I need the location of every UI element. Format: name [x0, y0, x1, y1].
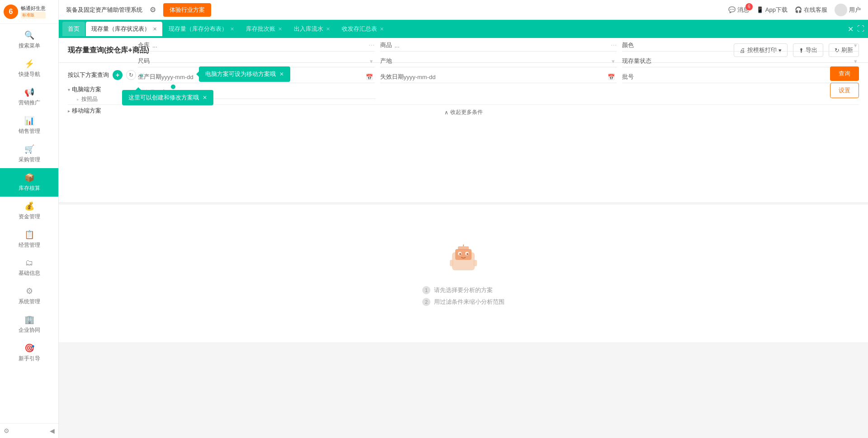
- tab-inventory-status[interactable]: 现存量（库存状况表） ✕: [86, 22, 162, 36]
- tab-close-inventory-status[interactable]: ✕: [153, 26, 157, 32]
- edit-tooltip-text: 这里可以创建和修改方案哦: [128, 94, 199, 102]
- field-size-select[interactable]: [152, 58, 375, 65]
- system-name: 装备及固定资产辅助管理系统: [66, 6, 142, 14]
- svg-rect-6: [458, 246, 469, 250]
- field-stock-status-label: 现存量状态: [622, 57, 651, 65]
- app-download-label: App下载: [765, 6, 788, 14]
- user-btn[interactable]: 用户: [835, 4, 861, 16]
- service-icon: 🎧: [795, 6, 802, 13]
- sidebar-item-guide[interactable]: 🎯 新手引导: [0, 339, 58, 367]
- scheme-tooltip-close[interactable]: ✕: [279, 71, 284, 77]
- scheme-group-desktop-header[interactable]: ▾ 电脑端方案: [68, 85, 131, 94]
- industry-btn[interactable]: 体验行业方案: [163, 3, 211, 17]
- tab-receive-total[interactable]: 收发存汇总表 ✕: [336, 22, 389, 36]
- tab-close-inventory-dist[interactable]: ✕: [230, 26, 234, 32]
- edit-tooltip-close[interactable]: ✕: [203, 94, 207, 101]
- tabbar: 首页 现存量（库存状况表） ✕ 现存量（库存分布表） ✕ 库存批次账 ✕ 出入库…: [59, 20, 868, 38]
- page-title: 现存量查询(按仓库+商品): [68, 46, 149, 55]
- field-batch-no: 批号: [622, 73, 859, 83]
- scheme-group-desktop: ▾ 电脑端方案 ▸ 按照品: [68, 85, 131, 104]
- user-avatar: [835, 4, 847, 16]
- sidebar-item-quick-nav[interactable]: ⚡ 快捷导航: [0, 54, 58, 83]
- field-expire-date: 失效日期 📅: [380, 73, 617, 83]
- set-btn[interactable]: 设置: [830, 83, 859, 98]
- sidebar-item-label: 企业协同: [19, 326, 40, 334]
- sidebar-item-marketing[interactable]: 📢 营销推广: [0, 83, 58, 111]
- online-service-label: 在线客服: [804, 6, 827, 14]
- scheme-desktop-child-0[interactable]: ▸ 按照品: [68, 94, 131, 104]
- field-stock-status-select[interactable]: [651, 58, 859, 65]
- collapse-label: 收起更多条件: [450, 108, 483, 116]
- filter-refresh-btn[interactable]: ↻: [126, 70, 136, 80]
- field-color-select[interactable]: [637, 42, 859, 49]
- tab-inventory-dist[interactable]: 现存量（库存分布表） ✕: [163, 22, 240, 36]
- logo-icon: 6: [4, 5, 18, 19]
- produce-date-calendar-icon[interactable]: 📅: [366, 74, 373, 80]
- logo-name: 畅通好生意: [21, 5, 46, 11]
- sidebar-item-label: 新手引导: [19, 355, 40, 363]
- sidebar-item-inventory[interactable]: 📦 库存核算: [0, 168, 58, 197]
- field-produce-date-label: 生产日期: [138, 73, 161, 81]
- sidebar-item-search[interactable]: 🔍 搜索菜单: [0, 26, 58, 54]
- topbar-settings-btn[interactable]: ⚙: [150, 5, 156, 14]
- mobile-icon: 📱: [756, 6, 764, 13]
- enterprise-icon: 🏢: [24, 315, 34, 325]
- sidebar-item-system[interactable]: ⚙ 系统管理: [0, 282, 58, 310]
- message-badge: 6: [745, 3, 753, 10]
- basic-info-icon: 🗂: [25, 258, 33, 268]
- tab-expand-btn[interactable]: ⛶: [857, 25, 864, 33]
- sidebar-item-enterprise[interactable]: 🏢 企业协同: [0, 310, 58, 339]
- sidebar-item-basic-info[interactable]: 🗂 基础信息: [0, 254, 58, 282]
- chevron-right-icon: ▸: [77, 97, 79, 102]
- empty-tip-2: 2 用过滤条件来缩小分析范围: [422, 298, 505, 306]
- field-origin-select[interactable]: [395, 58, 617, 65]
- tab-batch-account-label: 库存批次账: [246, 25, 275, 33]
- query-btn[interactable]: 查询: [830, 66, 859, 81]
- field-color: 颜色 ▾: [622, 41, 859, 52]
- tab-home[interactable]: 首页: [62, 22, 85, 36]
- online-service-btn[interactable]: 🎧 在线客服: [795, 6, 827, 14]
- sidebar-settings-btn[interactable]: ⚙: [4, 427, 9, 434]
- goods-dots-btn[interactable]: ···: [611, 41, 617, 49]
- tab-batch-account[interactable]: 库存批次账 ✕: [241, 22, 288, 36]
- guide-icon: 🎯: [24, 343, 34, 353]
- sidebar-collapse-btn[interactable]: ◀: [50, 427, 55, 434]
- sidebar-item-label: 销售管理: [19, 127, 40, 135]
- purchase-icon: 🛒: [24, 144, 34, 154]
- field-origin-label: 产地: [380, 57, 395, 65]
- tab-close-all-btn[interactable]: ✕: [848, 25, 854, 33]
- sidebar-item-assets[interactable]: 💰 资金管理: [0, 197, 58, 225]
- field-goods-input[interactable]: [395, 42, 611, 49]
- field-expire-date-input[interactable]: [404, 74, 617, 80]
- tip-num-1: 1: [422, 286, 430, 294]
- sidebar-item-label: 资金管理: [19, 213, 40, 221]
- message-btn[interactable]: 💬 消息 6: [728, 6, 749, 14]
- warehouse-dots-btn[interactable]: ···: [368, 41, 374, 49]
- sidebar-item-label: 搜索菜单: [19, 42, 40, 50]
- sidebar-item-label: 营销推广: [19, 99, 40, 107]
- field-current-stock-max[interactable]: [211, 89, 238, 96]
- field-batch-no-input[interactable]: [637, 74, 859, 80]
- user-label: 用户: [849, 6, 861, 14]
- dot-indicator: [171, 85, 175, 89]
- collapse-more-btn[interactable]: ∧ 收起更多条件: [68, 104, 859, 120]
- tab-close-inout-flow[interactable]: ✕: [326, 26, 330, 32]
- sidebar-item-sales[interactable]: 📊 销售管理: [0, 111, 58, 140]
- scheme-mobile-label: 移动端方案: [72, 107, 101, 115]
- filter-label: 按以下方案查询: [68, 71, 109, 79]
- scheme-group-mobile-header[interactable]: ▸ 移动端方案: [68, 106, 131, 116]
- tab-inout-flow[interactable]: 出入库流水 ✕: [288, 22, 335, 36]
- filter-add-btn[interactable]: +: [113, 70, 123, 80]
- tab-close-batch-account[interactable]: ✕: [278, 26, 282, 32]
- sidebar-item-operations[interactable]: 📋 经营管理: [0, 225, 58, 254]
- app-download-btn[interactable]: 📱 App下载: [756, 6, 788, 14]
- sidebar-item-label: 库存核算: [19, 184, 40, 192]
- field-warehouse-input[interactable]: [152, 42, 368, 49]
- tab-close-receive-total[interactable]: ✕: [380, 26, 384, 32]
- main-area: 装备及固定资产辅助管理系统 ⚙ 体验行业方案 💬 消息 6 📱 App下载 🎧 …: [59, 0, 868, 438]
- system-icon: ⚙: [26, 286, 33, 296]
- sidebar-item-purchase[interactable]: 🛒 采购管理: [0, 140, 58, 168]
- sidebar-item-label: 快捷导航: [19, 71, 40, 78]
- svg-rect-9: [473, 260, 477, 266]
- expire-date-calendar-icon[interactable]: 📅: [608, 74, 615, 80]
